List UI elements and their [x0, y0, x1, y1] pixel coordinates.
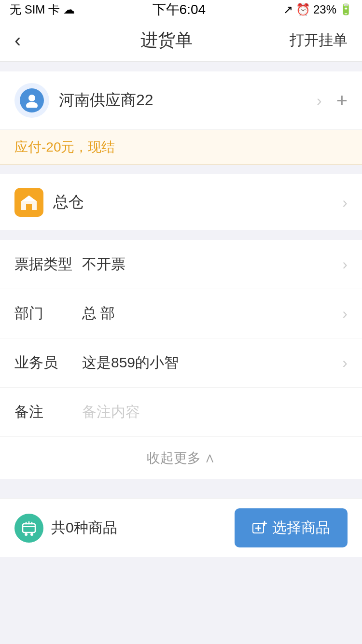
salesperson-row[interactable]: 业务员 这是859的小智 ›: [0, 338, 362, 387]
department-label: 部门: [14, 304, 82, 323]
svg-point-0: [28, 95, 35, 101]
section-gap-1: [0, 62, 362, 71]
form-section: 票据类型 不开票 › 部门 总 部 › 业务员 这是859的小智 › 备注 备注…: [0, 240, 362, 479]
chevron-right-icon: ›: [317, 92, 322, 110]
nav-bar: ‹ 进货单 打开挂单: [0, 19, 362, 62]
select-product-label: 选择商品: [272, 518, 330, 538]
notes-row[interactable]: 备注 备注内容: [0, 387, 362, 436]
ticket-type-value: 不开票: [82, 254, 342, 274]
svg-point-7: [30, 533, 33, 536]
select-product-button[interactable]: 选择商品: [235, 508, 348, 547]
open-pending-button[interactable]: 打开挂单: [290, 30, 348, 50]
status-right: ↗ ⏰ 23% 🔋: [283, 3, 352, 16]
back-button[interactable]: ‹: [14, 29, 43, 51]
section-gap-3: [0, 230, 362, 240]
supplier-section: 河南供应商22 › + 应付-20元，现结: [0, 71, 362, 165]
department-row[interactable]: 部门 总 部 ›: [0, 289, 362, 338]
warehouse-chevron-icon: ›: [342, 194, 348, 211]
collapse-bar[interactable]: 收起更多 ∧: [0, 436, 362, 479]
status-time: 下午6:04: [153, 0, 206, 19]
alarm-icon: ⏰: [296, 3, 310, 16]
product-icon: [14, 514, 43, 543]
warehouse-section[interactable]: 总仓 ›: [0, 174, 362, 230]
product-count-area: 共0种商品: [14, 514, 117, 543]
status-left: 无 SIM 卡 ☁: [10, 2, 75, 17]
sim-label: 无 SIM 卡 ☁: [10, 2, 75, 17]
battery-label: 23%: [313, 3, 336, 16]
ticket-type-row[interactable]: 票据类型 不开票 ›: [0, 240, 362, 289]
house-icon: [20, 194, 38, 211]
notice-bar: 应付-20元，现结: [0, 130, 362, 165]
bottom-bar: 共0种商品 选择商品: [0, 498, 362, 557]
salesperson-value: 这是859的小智: [82, 353, 342, 373]
department-chevron-icon: ›: [342, 305, 348, 322]
add-button[interactable]: +: [336, 90, 348, 112]
page-title: 进货单: [140, 28, 193, 52]
supplier-actions: › +: [317, 90, 348, 112]
supplier-row[interactable]: 河南供应商22 › +: [0, 71, 362, 130]
bottom-space: [0, 557, 362, 644]
svg-marker-4: [21, 196, 37, 201]
ticket-type-label: 票据类型: [14, 254, 82, 274]
warehouse-name: 总仓: [53, 192, 342, 213]
svg-rect-5: [23, 524, 35, 532]
supplier-name: 河南供应商22: [59, 90, 317, 111]
collapse-button[interactable]: 收起更多 ∧: [147, 450, 216, 465]
warehouse-row[interactable]: 总仓 ›: [0, 174, 362, 230]
notice-text: 应付-20元，现结: [14, 140, 115, 154]
svg-point-6: [25, 533, 28, 536]
product-count-text: 共0种商品: [51, 518, 117, 538]
ticket-chevron-icon: ›: [342, 255, 348, 273]
warehouse-icon: [14, 188, 43, 217]
svg-rect-3: [26, 204, 32, 210]
status-bar: 无 SIM 卡 ☁ 下午6:04 ↗ ⏰ 23% 🔋: [0, 0, 362, 19]
notes-input[interactable]: 备注内容: [82, 402, 348, 422]
person-icon: [25, 93, 39, 108]
supplier-avatar: [14, 83, 49, 118]
cart-icon: [21, 520, 37, 536]
salesperson-label: 业务员: [14, 353, 82, 373]
department-value: 总 部: [82, 304, 342, 323]
location-icon: ↗: [283, 3, 293, 16]
select-product-icon: [252, 520, 267, 536]
notes-label: 备注: [14, 402, 82, 422]
svg-point-1: [26, 102, 38, 108]
section-gap-4: [0, 479, 362, 489]
salesperson-chevron-icon: ›: [342, 354, 348, 372]
avatar-inner: [20, 88, 44, 112]
battery-icon: 🔋: [339, 3, 352, 16]
section-gap-2: [0, 165, 362, 174]
